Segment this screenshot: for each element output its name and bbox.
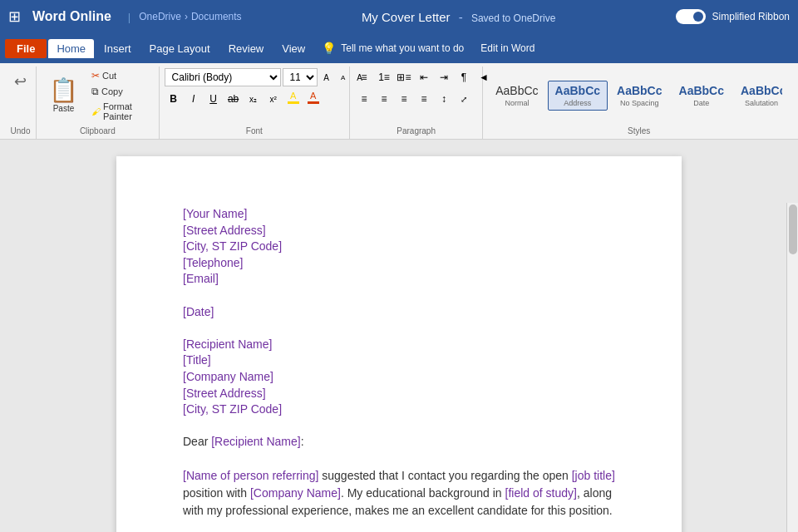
cut-button[interactable]: ✂ Cut	[87, 68, 154, 83]
align-center-button[interactable]: ≡	[375, 90, 393, 108]
body-text-3: . My educational background in	[341, 486, 505, 500]
scroll-thumb[interactable]	[789, 204, 797, 254]
copy-button[interactable]: ⧉ Copy	[87, 84, 154, 99]
font-label: Font	[165, 123, 344, 135]
show-marks-button[interactable]: ¶	[455, 68, 473, 86]
menu-bar: File Home Insert Page Layout Review View…	[0, 33, 798, 63]
body-text-1: suggested that I contact you regarding t…	[318, 469, 571, 482]
clipboard-right: ✂ Cut ⧉ Copy 🖌 Format Painter	[87, 68, 154, 123]
style-normal[interactable]: AaBbCc Normal	[488, 81, 545, 111]
align-left-button[interactable]: ≡	[355, 90, 373, 108]
font-grow-button[interactable]: A	[319, 70, 334, 85]
field-referrer: [Name of person referring]	[183, 469, 318, 482]
menu-review[interactable]: Review	[220, 39, 273, 58]
format-painter-label: Format Painter	[103, 101, 150, 121]
line-spacing-button[interactable]: ↕	[435, 90, 453, 108]
font-row-2: B I U ab x₂ x² A A	[165, 90, 323, 108]
style-address[interactable]: AaBbCc Address	[548, 81, 608, 111]
undo-icon: ↩	[14, 72, 27, 91]
strikethrough-button[interactable]: ab	[224, 90, 243, 108]
salutation-text: Dear	[183, 435, 211, 448]
address-block: [Your Name] [Street Address] [City, ST Z…	[183, 206, 615, 288]
style-no-spacing[interactable]: AaBbCc No Spacing	[609, 81, 669, 111]
document-page: [Your Name] [Street Address] [City, ST Z…	[116, 156, 682, 532]
para-row-1: ≡ 1≡ ⊞≡ ⇤ ⇥ ¶ ◄	[355, 68, 493, 86]
field-street-address: [Street Address]	[183, 223, 615, 239]
field-study: [field of study]	[505, 486, 577, 500]
underline-button[interactable]: U	[204, 90, 223, 108]
font-color-button[interactable]: A	[304, 90, 323, 108]
styles-container: AaBbCc Normal AaBbCc Address AaBbCc No S…	[488, 68, 790, 123]
font-row-1: Calibri (Body) 11 A A A	[165, 68, 367, 86]
doc-title-area: My Cover Letter - Saved to OneDrive	[250, 10, 667, 24]
format-painter-icon: 🖌	[91, 106, 101, 116]
field-title: [Title]	[183, 352, 615, 369]
salutation-name: [Recipient Name]	[211, 435, 300, 448]
copy-label: Copy	[101, 86, 123, 96]
style-date[interactable]: AaBbCc Date	[672, 81, 732, 111]
simplified-ribbon-label: Simplified Ribbon	[712, 11, 790, 22]
doc-content[interactable]: [Your Name] [Street Address] [City, ST Z…	[183, 206, 615, 520]
paste-icon: 📋	[49, 79, 78, 102]
decrease-indent-button[interactable]: ⇤	[415, 68, 433, 86]
doc-area[interactable]: [Your Name] [Street Address] [City, ST Z…	[0, 140, 798, 532]
paragraph-group: ≡ 1≡ ⊞≡ ⇤ ⇥ ¶ ◄ ≡ ≡ ≡ ≡ ↕ ⤢ Paragraph	[350, 66, 483, 139]
field-job-title: [job title]	[572, 469, 615, 482]
justify-button[interactable]: ≡	[415, 90, 433, 108]
font-size-select[interactable]: 11	[283, 68, 318, 86]
breadcrumb-root[interactable]: OneDrive	[139, 11, 181, 22]
format-painter-button[interactable]: 🖌 Format Painter	[87, 100, 154, 123]
paste-label: Paste	[53, 104, 75, 113]
salutation-line: Dear [Recipient Name]:	[183, 434, 615, 451]
menu-page-layout[interactable]: Page Layout	[141, 39, 219, 58]
menu-view[interactable]: View	[273, 39, 313, 58]
increase-indent-button[interactable]: ⇥	[435, 68, 453, 86]
subscript-button[interactable]: x₂	[244, 90, 263, 108]
align-right-button[interactable]: ≡	[395, 90, 413, 108]
tell-me-label: Tell me what you want to do	[341, 42, 464, 54]
edit-in-word[interactable]: Edit in Word	[474, 39, 541, 57]
breadcrumb-child[interactable]: Documents	[191, 11, 242, 22]
bullet-list-button[interactable]: ≡	[355, 68, 373, 86]
ribbon: ↩ Undo 📋 Paste ✂ Cut ⧉ Copy 🖌	[0, 63, 798, 140]
grid-icon[interactable]: ⊞	[8, 7, 21, 26]
toggle-switch[interactable]	[676, 9, 706, 24]
font-shrink-button[interactable]: A	[336, 70, 351, 85]
paragraph-expand-button[interactable]: ⤢	[455, 90, 473, 108]
salutation-colon: :	[301, 435, 304, 448]
styles-group: AaBbCc Normal AaBbCc Address AaBbCc No S…	[483, 66, 795, 139]
menu-home[interactable]: Home	[48, 39, 94, 58]
menu-file[interactable]: File	[5, 39, 47, 58]
field-date: [Date]	[183, 304, 615, 321]
scrollbar[interactable]	[786, 203, 798, 532]
superscript-button[interactable]: x²	[264, 90, 283, 108]
font-family-select[interactable]: Calibri (Body)	[165, 68, 281, 86]
field-city-zip: [City, ST ZIP Code]	[183, 239, 615, 255]
para-row-2: ≡ ≡ ≡ ≡ ↕ ⤢	[355, 90, 473, 108]
body-text-5: makes me an excellent candidate for this…	[355, 504, 613, 517]
main-layout: [Your Name] [Street Address] [City, ST Z…	[0, 140, 798, 532]
breadcrumb: OneDrive › Documents	[139, 11, 241, 22]
tell-me-area[interactable]: 💡 Tell me what you want to do	[322, 42, 464, 55]
multilevel-list-button[interactable]: ⊞≡	[395, 68, 413, 86]
bold-button[interactable]: B	[165, 90, 183, 108]
clipboard-group: 📋 Paste ✂ Cut ⧉ Copy 🖌 Format Painter Cl…	[37, 66, 160, 139]
numbered-list-button[interactable]: 1≡	[375, 68, 393, 86]
font-group: Calibri (Body) 11 A A A B I U ab x₂ x² A	[160, 66, 350, 139]
title-bar: ⊞ Word Online | OneDrive › Documents My …	[0, 0, 798, 33]
clipboard-label: Clipboard	[42, 123, 154, 135]
paste-button[interactable]: 📋 Paste	[42, 76, 86, 116]
title-dash: -	[459, 10, 463, 24]
highlight-button[interactable]: A	[284, 90, 303, 108]
simplified-ribbon-toggle[interactable]: Simplified Ribbon	[676, 9, 790, 24]
menu-insert[interactable]: Insert	[96, 39, 140, 58]
style-salutation[interactable]: AaBbCc Salutation	[733, 81, 790, 111]
field-email: [Email]	[183, 271, 615, 288]
undo-button[interactable]: ↩	[8, 68, 32, 95]
field-recipient-name: [Recipient Name]	[183, 337, 615, 353]
italic-button[interactable]: I	[185, 90, 203, 108]
field-telephone: [Telephone]	[183, 255, 615, 272]
styles-label: Styles	[488, 123, 790, 135]
breadcrumb-separator: ›	[185, 11, 188, 22]
recipient-block: [Recipient Name] [Title] [Company Name] …	[183, 337, 615, 418]
